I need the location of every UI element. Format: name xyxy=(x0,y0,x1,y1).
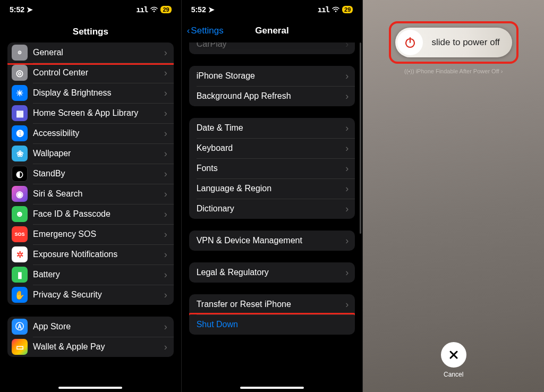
row-label: Control Center xyxy=(33,68,164,78)
chevron-right-icon: › xyxy=(164,168,167,180)
slider-label: slide to power off xyxy=(425,37,512,48)
page-title: General xyxy=(255,25,288,36)
chevron-right-icon: › xyxy=(501,68,503,74)
general-group-storage: iPhone Storage›Background App Refresh› xyxy=(189,66,355,106)
status-bar: 5:52 ➤ ııl 29 xyxy=(182,0,363,19)
privacy-security-icon: ✋ xyxy=(12,287,28,303)
home-indicator[interactable] xyxy=(240,387,304,389)
chevron-right-icon: › xyxy=(164,289,167,301)
row-label: Home Screen & App Library xyxy=(33,108,164,118)
location-icon: ➤ xyxy=(208,5,215,14)
row-siri-search[interactable]: ◉Siri & Search› xyxy=(7,184,174,204)
power-icon xyxy=(404,36,416,49)
chevron-right-icon: › xyxy=(164,189,167,200)
row-wallet-apple-pay[interactable]: ▭Wallet & Apple Pay› xyxy=(7,337,174,357)
row-label: Keyboard xyxy=(197,143,346,153)
row-label: Transfer or Reset iPhone xyxy=(197,300,346,309)
back-label: Settings xyxy=(191,25,223,36)
row-battery[interactable]: ▮Battery› xyxy=(7,265,174,285)
power-off-slider[interactable]: slide to power off xyxy=(395,28,512,57)
row-language-region[interactable]: Language & Region› xyxy=(189,178,355,199)
chevron-right-icon: › xyxy=(345,267,348,278)
row-label: Privacy & Security xyxy=(33,290,164,300)
row-exposure-notifications[interactable]: ✲Exposure Notifications› xyxy=(7,244,174,265)
row-date-time[interactable]: Date & Time› xyxy=(189,118,355,138)
row-label: Wallpaper xyxy=(33,149,164,158)
row-legal-regulatory[interactable]: Legal & Regulatory› xyxy=(189,262,355,283)
row-label: Date & Time xyxy=(197,123,346,133)
row-general[interactable]: ⚙︎General› xyxy=(7,42,174,63)
cancel-button[interactable] xyxy=(441,342,466,368)
row-dictionary[interactable]: Dictionary› xyxy=(189,199,355,219)
settings-group-store: ⒶApp Store›▭Wallet & Apple Pay› xyxy=(7,317,174,357)
back-button[interactable]: ‹ Settings xyxy=(187,25,224,36)
battery-level: 29 xyxy=(160,6,171,13)
row-background-app-refresh[interactable]: Background App Refresh› xyxy=(189,86,355,106)
scrollbar[interactable] xyxy=(360,42,361,234)
wifi-icon xyxy=(150,5,158,14)
emergency-sos-icon: SOS xyxy=(12,226,28,242)
control-center-icon: ◎ xyxy=(12,65,28,81)
general-icon: ⚙︎ xyxy=(12,45,28,61)
row-carplay[interactable]: CarPlay › xyxy=(189,42,355,54)
display-brightness-icon: ☀ xyxy=(12,85,28,101)
chevron-right-icon: › xyxy=(345,299,348,310)
home-indicator[interactable] xyxy=(58,387,122,389)
row-face-id[interactable]: ☻Face ID & Passcode› xyxy=(7,204,174,224)
svg-point-1 xyxy=(335,11,336,12)
row-label: StandBy xyxy=(33,169,164,178)
chevron-right-icon: › xyxy=(345,183,348,194)
row-vpn-device-management[interactable]: VPN & Device Management› xyxy=(189,231,355,251)
chevron-right-icon: › xyxy=(164,88,167,99)
row-display-brightness[interactable]: ☀Display & Brightness› xyxy=(7,83,174,103)
location-icon: ➤ xyxy=(27,5,33,14)
row-fonts[interactable]: Fonts› xyxy=(189,158,355,178)
row-keyboard[interactable]: Keyboard› xyxy=(189,138,355,158)
row-standby[interactable]: ◐StandBy› xyxy=(7,164,174,184)
wifi-icon xyxy=(332,5,340,14)
face-id-icon: ☻ xyxy=(12,206,28,222)
general-group-vpn: VPN & Device Management› xyxy=(189,231,355,251)
standby-icon: ◐ xyxy=(12,166,28,182)
chevron-right-icon: › xyxy=(164,229,167,240)
row-label: VPN & Device Management xyxy=(197,236,346,245)
row-app-store[interactable]: ⒶApp Store› xyxy=(7,317,174,337)
general-group-power: Transfer or Reset iPhone›Shut Down xyxy=(189,294,355,335)
close-icon xyxy=(448,350,459,360)
battery-level: 29 xyxy=(342,6,353,13)
row-label: Wallet & Apple Pay xyxy=(33,342,164,352)
row-label: Face ID & Passcode xyxy=(33,209,164,219)
row-transfer-reset-iphone[interactable]: Transfer or Reset iPhone› xyxy=(189,294,355,314)
row-accessibility[interactable]: ➊Accessibility› xyxy=(7,123,174,143)
signal-icon: ııl xyxy=(318,5,329,14)
chevron-right-icon: › xyxy=(164,209,167,220)
signal-icon: ııl xyxy=(136,5,148,14)
row-wallpaper[interactable]: ❀Wallpaper› xyxy=(7,143,174,164)
chevron-right-icon: › xyxy=(345,235,348,246)
chevron-right-icon: › xyxy=(164,342,167,353)
row-privacy-security[interactable]: ✋Privacy & Security› xyxy=(7,285,174,305)
chevron-right-icon: › xyxy=(164,249,167,260)
row-emergency-sos[interactable]: SOSEmergency SOS› xyxy=(7,224,174,244)
power-knob[interactable] xyxy=(397,30,423,55)
row-control-center[interactable]: ◎Control Center› xyxy=(7,63,174,83)
chevron-right-icon: › xyxy=(345,71,348,82)
row-label: Dictionary xyxy=(197,204,346,214)
chevron-right-icon: › xyxy=(345,203,348,215)
row-home-screen[interactable]: ▦Home Screen & App Library› xyxy=(7,103,174,123)
row-label: Legal & Regulatory xyxy=(197,268,346,277)
findable-text[interactable]: ((•)) iPhone Findable After Power Off › xyxy=(363,68,544,74)
chevron-right-icon: › xyxy=(345,163,348,174)
row-label: Display & Brightness xyxy=(33,88,164,98)
row-label: Accessibility xyxy=(33,129,164,138)
row-iphone-storage[interactable]: iPhone Storage› xyxy=(189,66,355,86)
exposure-notifications-icon: ✲ xyxy=(12,246,28,262)
status-time: 5:52 xyxy=(10,5,24,14)
row-label: App Store xyxy=(33,322,164,331)
accessibility-icon: ➊ xyxy=(12,125,28,141)
status-time: 5:52 xyxy=(191,5,206,14)
svg-point-0 xyxy=(154,11,155,12)
row-shut-down[interactable]: Shut Down xyxy=(189,314,355,335)
row-label: Battery xyxy=(33,270,164,279)
row-label: iPhone Storage xyxy=(197,71,346,81)
